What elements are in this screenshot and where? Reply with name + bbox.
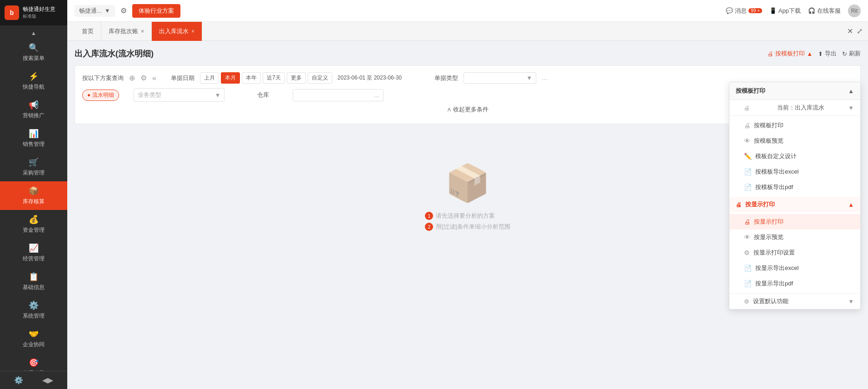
sidebar-item-search[interactable]: 🔍 搜索菜单 — [0, 38, 67, 67]
app-download-btn[interactable]: 📱 App下载 — [769, 7, 801, 15]
sidebar-item-quick-nav[interactable]: ⚡ 快捷导航 — [0, 67, 67, 95]
notification-badge: 99 + — [748, 8, 762, 13]
main-area: 畅捷通... ▼ ⚙ 体验行业方案 💬 消息 99 + 📱 App下载 🎧 在线… — [67, 0, 868, 389]
download-icon: 📱 — [769, 7, 777, 14]
print-template-label: 按模板打印 — [775, 50, 805, 58]
print-template-btn[interactable]: 🖨 按模板打印 ▲ — [768, 50, 813, 58]
filter-settings-icon[interactable]: ⚙ — [140, 74, 147, 82]
sidebar-item-label: 快捷导航 — [23, 83, 45, 91]
enterprise-icon: 🤝 — [29, 329, 39, 339]
dp-display-settings[interactable]: ⚙ 按显示打印设置 — [729, 245, 860, 260]
tab-batch[interactable]: 库存批次账 × — [101, 22, 152, 41]
type-more-icon[interactable]: … — [542, 75, 548, 81]
dp-display-section-header[interactable]: 🖨 按显示打印 ▲ — [729, 197, 860, 212]
sidebar-item-label: 营销推广 — [23, 112, 45, 120]
dp-template-preview[interactable]: 👁 按模板预览 — [729, 133, 860, 149]
print-dropdown-panel: 按模板打印 ▲ 🖨 当前：出入库流水 ▼ 🖨 按模板打印 👁 按模板预览 — [729, 82, 861, 309]
dp-template-excel[interactable]: 📄 按模板导出excel — [729, 164, 860, 180]
dp-template-custom-label: 模板自定义设计 — [755, 152, 797, 160]
dp-display-print-icon: 🖨 — [744, 218, 750, 225]
sidebar-scroll-up[interactable]: ▲ — [0, 28, 67, 38]
dp-template-pdf[interactable]: 📄 按模板导出pdf — [729, 180, 860, 195]
page-title: 出入库流水(流水明细) — [75, 48, 154, 59]
date-btn-thismonth[interactable]: 本月 — [221, 72, 240, 84]
biz-type-select[interactable]: 业务类型 ▼ — [134, 88, 224, 102]
dp-collapse-icon[interactable]: ▲ — [848, 88, 854, 95]
date-btn-lastmonth[interactable]: 上月 — [200, 72, 219, 84]
hint-text-2: 用[过滤]条件来缩小分析范围 — [436, 223, 510, 231]
sidebar-item-basic[interactable]: 📋 基础信息 — [0, 267, 67, 296]
sidebar-item-operation[interactable]: 📈 经营管理 — [0, 239, 67, 267]
sidebar-item-marketing[interactable]: 📢 营销推广 — [0, 95, 67, 124]
refresh-btn[interactable]: ↻ 刷新 — [842, 50, 861, 58]
dp-footer[interactable]: ⚙ 设置默认功能 ▼ — [729, 293, 860, 309]
dp-display-preview-label: 按显示预览 — [754, 233, 783, 241]
type-dropdown-arrow: ▼ — [526, 75, 532, 81]
sidebar-item-label: 库存核算 — [23, 198, 45, 205]
export-btn[interactable]: ⬆ 导出 — [818, 50, 837, 58]
dp-display-print[interactable]: 🖨 按显示打印 — [729, 214, 860, 229]
header-right: 💬 消息 99 + 📱 App下载 🎧 在线客服 Rit — [726, 5, 861, 17]
dp-template-custom[interactable]: ✏️ 模板自定义设计 — [729, 149, 860, 164]
dp-current-arrow: ▼ — [848, 105, 854, 111]
dp-display-section: 🖨 按显示打印 👁 按显示预览 ⚙ 按显示打印设置 📄 按显示导出excel 📄 — [729, 212, 860, 293]
tag-label: 流水明细 — [92, 91, 114, 99]
tab-home[interactable]: 首页 — [75, 22, 101, 41]
sidebar-bottom: ⚙️ ◀▶ — [0, 371, 67, 389]
tab-flow[interactable]: 出入库流水 × — [152, 22, 202, 41]
add-filter-icon[interactable]: ⊕ — [129, 74, 135, 82]
date-label: 单据日期 — [171, 74, 195, 82]
customer-service-btn[interactable]: 🎧 在线客服 — [808, 7, 841, 15]
close-window-icon[interactable]: ✕ — [847, 27, 853, 35]
sidebar-item-guide[interactable]: 🎯 新手引导 — [0, 353, 67, 371]
sidebar-item-label: 资金管理 — [23, 226, 45, 234]
type-select[interactable]: ▼ — [464, 72, 536, 84]
tab-flow-close[interactable]: × — [191, 28, 195, 35]
dp-header-icons: ▲ — [848, 88, 854, 95]
date-btn-custom[interactable]: 自定义 — [308, 72, 332, 84]
dp-display-pdf[interactable]: 📄 按显示导出pdf — [729, 276, 860, 291]
sidebar-item-purchase[interactable]: 🛒 采购管理 — [0, 153, 67, 181]
sidebar-item-label: 基础信息 — [23, 284, 45, 291]
user-name: 畅捷通... — [79, 7, 102, 15]
collapse-label: 收起更多条件 — [453, 106, 489, 113]
filter-collapse-icon[interactable]: « — [152, 74, 156, 82]
date-btn-more[interactable]: 更多 — [287, 72, 306, 84]
hint-num-2: 2 — [425, 223, 433, 231]
header-settings-icon[interactable]: ⚙ — [120, 6, 127, 15]
dp-display-settings-icon: ⚙ — [744, 249, 750, 256]
tab-batch-close[interactable]: × — [141, 28, 144, 35]
sidebar-item-sales[interactable]: 📊 销售管理 — [0, 124, 67, 153]
user-avatar[interactable]: Rit — [848, 5, 861, 17]
date-btn-7days[interactable]: 近7天 — [263, 72, 285, 84]
settings-bottom-icon[interactable]: ⚙️ — [14, 376, 23, 384]
sidebar: b 畅捷通好生意 标准版 ▲ 🔍 搜索菜单 ⚡ 快捷导航 📢 营销推广 📊 销售… — [0, 0, 67, 389]
dp-template-print[interactable]: 🖨 按模板打印 — [729, 118, 860, 133]
operation-icon: 📈 — [29, 243, 39, 253]
app-name: 畅捷通好生意 — [23, 6, 55, 13]
warehouse-select[interactable]: … — [293, 89, 384, 101]
collapse-sidebar-icon[interactable]: ◀▶ — [42, 376, 53, 384]
sidebar-logo: b 畅捷通好生意 标准版 — [0, 0, 67, 25]
user-dropdown-icon: ▼ — [105, 7, 110, 14]
basic-icon: 📋 — [29, 272, 39, 282]
page-title-bar: 出入库流水(流水明细) 🖨 按模板打印 ▲ ⬆ 导出 ↻ 刷新 — [75, 48, 861, 59]
dp-template-print-icon: 🖨 — [744, 122, 750, 129]
trial-button[interactable]: 体验行业方案 — [132, 4, 180, 18]
notification-btn[interactable]: 💬 消息 99 + — [726, 7, 762, 15]
tab-bar: 首页 库存批次账 × 出入库流水 × ✕ ⤢ — [67, 22, 868, 41]
active-filter-tag[interactable]: ● 流水明细 — [82, 90, 119, 101]
customer-service-label: 在线客服 — [817, 7, 841, 15]
sidebar-item-inventory[interactable]: 📦 库存核算 — [0, 181, 67, 210]
date-btn-thisyear[interactable]: 本年 — [242, 72, 261, 84]
dp-display-preview[interactable]: 👁 按显示预览 — [729, 229, 860, 245]
expand-window-icon[interactable]: ⤢ — [857, 27, 863, 35]
sidebar-item-enterprise[interactable]: 🤝 企业协同 — [0, 324, 67, 353]
export-label: 导出 — [825, 50, 837, 58]
refresh-label: 刷新 — [849, 50, 861, 58]
user-selector[interactable]: 畅捷通... ▼ — [75, 5, 115, 17]
dp-template-pdf-label: 按模板导出pdf — [755, 183, 793, 191]
sidebar-item-finance[interactable]: 💰 资金管理 — [0, 210, 67, 239]
sidebar-item-system[interactable]: ⚙️ 系统管理 — [0, 296, 67, 324]
dp-display-excel[interactable]: 📄 按显示导出excel — [729, 260, 860, 276]
